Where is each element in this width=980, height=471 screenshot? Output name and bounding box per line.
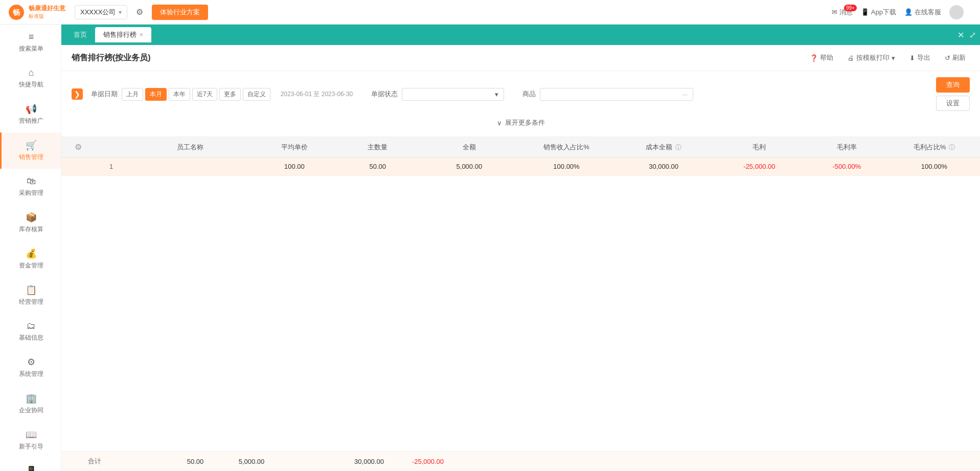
sidebar-item-system[interactable]: ⚙ 系统管理 <box>0 349 61 386</box>
col-header-gross-pct: 毛利占比% ⓘ <box>888 137 980 158</box>
sidebar-label-enterprise: 企业协同 <box>19 406 43 415</box>
table-footer: 合计 50.00 5,000.00 30,000.00 -25,000.00 <box>61 451 980 471</box>
app-center-icon: 📱 <box>26 465 37 471</box>
cost-info-icon[interactable]: ⓘ <box>675 144 681 151</box>
date-btn-more[interactable]: 更多 <box>219 88 241 101</box>
tab-home[interactable]: 首页 <box>65 27 95 42</box>
sidebar-item-marketing[interactable]: 📢 营销推广 <box>0 96 61 132</box>
sidebar-item-purchase[interactable]: 🛍 采购管理 <box>0 169 61 205</box>
top-bar: 畅 畅康通好生意 标准版 XXXXX公司 ▾ ⚙ 体验行业方案 ✉ 消息 99+… <box>0 0 980 25</box>
company-selector[interactable]: XXXXX公司 ▾ <box>75 5 127 19</box>
col-header-rank <box>95 137 128 158</box>
sidebar-item-operations[interactable]: 📋 经营管理 <box>0 277 61 313</box>
app-download-button[interactable]: 📱 App下载 <box>861 8 896 17</box>
date-btn-this-year[interactable]: 本年 <box>169 88 190 101</box>
table-row: 1 100.00 50.00 <box>61 158 980 176</box>
chevron-down-icon: ▾ <box>119 9 122 16</box>
tab-bar-actions: ✕ ⤢ <box>958 30 976 40</box>
date-btn-7days[interactable]: 近7天 <box>192 88 217 101</box>
date-btn-last-month[interactable]: 上月 <box>122 88 143 101</box>
footer-gross: -25,000.00 <box>400 458 456 465</box>
sidebar-item-enterprise[interactable]: 🏢 企业协同 <box>0 386 61 422</box>
online-service-button[interactable]: 👤 在线客服 <box>904 8 941 17</box>
footer-qty: 50.00 <box>170 458 221 465</box>
col-header-sales-pct: 销售收入占比% <box>519 137 614 158</box>
gross-pct-info-icon[interactable]: ⓘ <box>949 144 955 151</box>
sidebar-label-quick-nav: 快捷导航 <box>19 80 43 89</box>
sidebar-label-system: 系统管理 <box>19 370 43 378</box>
table-header: ⚙ 员工名称 平均单价 主数量 <box>61 137 980 158</box>
sidebar-label-sales: 销售管理 <box>19 153 43 162</box>
col-header-settings: ⚙ <box>61 137 95 158</box>
goods-input[interactable]: ··· <box>540 88 693 101</box>
table-container: ⚙ 员工名称 平均单价 主数量 <box>61 137 980 451</box>
purchase-icon: 🛍 <box>27 176 36 187</box>
sidebar-item-search-order[interactable]: ≡ 搜索菜单 <box>0 25 61 60</box>
header-actions: ❓ 帮助 🖨 按模板打印 ▾ ⬇ 导出 ↺ 刷新 <box>806 51 970 64</box>
date-btn-this-month[interactable]: 本月 <box>145 88 167 101</box>
cell-sales-pct: 100.00% <box>519 158 614 176</box>
filter-row-main: ❯ 单据日期 上月 本月 本年 近7天 更多 自定义 2023-06-01 至 … <box>72 77 970 111</box>
collapse-filter-button[interactable]: ❯ <box>72 88 83 100</box>
home-icon: ⌂ <box>29 68 34 78</box>
col-header-gross: 毛利 <box>714 137 805 158</box>
date-range-buttons: 上月 本月 本年 近7天 更多 自定义 <box>122 88 270 101</box>
cell-gross: -25,000.00 <box>714 158 805 176</box>
message-badge: 99+ <box>844 5 857 11</box>
message-button[interactable]: ✉ 消息 99+ <box>832 8 853 17</box>
print-button[interactable]: 🖨 按模板打印 ▾ <box>844 51 899 64</box>
help-button[interactable]: ❓ 帮助 <box>806 51 837 64</box>
sidebar-item-app-center[interactable]: 📱 应用中心 <box>0 458 61 471</box>
col-header-name: 员工名称 <box>128 137 253 158</box>
date-filter-label: 单据日期 <box>91 89 118 99</box>
content-area: 首页 销售排行榜 × ✕ ⤢ 销售排行榜(按业务员) ❓ 帮助 <box>61 25 980 471</box>
sidebar-item-sales[interactable]: 🛒 销售管理 <box>0 132 61 169</box>
refresh-button[interactable]: ↺ 刷新 <box>941 51 970 64</box>
expand-conditions-row: ∨ 展开更多条件 <box>72 115 970 130</box>
company-name: XXXXX公司 <box>80 8 116 17</box>
tab-close-icon[interactable]: × <box>140 31 143 38</box>
trial-button[interactable]: 体验行业方案 <box>152 5 208 20</box>
system-icon: ⚙ <box>27 356 35 368</box>
print-icon: 🖨 <box>848 54 854 62</box>
avatar[interactable] <box>949 5 964 19</box>
expand-conditions-button[interactable]: ∨ 展开更多条件 <box>497 115 545 130</box>
sidebar-item-finance[interactable]: 💰 资金管理 <box>0 241 61 277</box>
print-chevron-icon: ▾ <box>892 54 895 62</box>
cell-name <box>128 158 253 176</box>
sidebar-item-inventory[interactable]: 📦 库存核算 <box>0 205 61 241</box>
export-button[interactable]: ⬇ 导出 <box>905 51 935 64</box>
tab-bar: 首页 销售排行榜 × ✕ ⤢ <box>61 25 980 45</box>
tab-sales-ranking-label: 销售排行榜 <box>103 30 136 39</box>
query-button[interactable]: 查询 <box>936 77 970 93</box>
sidebar-item-guide[interactable]: 📖 新手引导 <box>0 422 61 458</box>
settings-button[interactable]: 设置 <box>936 96 970 111</box>
sales-icon: 🛒 <box>26 140 37 151</box>
date-filter: 单据日期 上月 本月 本年 近7天 更多 自定义 <box>91 88 270 101</box>
basic-info-icon: 🗂 <box>27 321 36 331</box>
column-settings-icon[interactable]: ⚙ <box>75 143 82 151</box>
page-title: 销售排行榜(按业务员) <box>72 53 151 63</box>
service-icon: 👤 <box>904 8 913 16</box>
cell-avg-price: 100.00 <box>253 158 336 176</box>
window-maximize-icon[interactable]: ⤢ <box>969 30 976 40</box>
col-header-gross-rate: 毛利率 <box>805 137 888 158</box>
sidebar-item-basic-info[interactable]: 🗂 基础信息 <box>0 313 61 349</box>
status-chevron-icon: ▾ <box>495 91 498 98</box>
data-table: ⚙ 员工名称 平均单价 主数量 <box>61 137 980 176</box>
cell-cost: 30,000.00 <box>613 158 713 176</box>
window-close-icon[interactable]: ✕ <box>958 30 964 40</box>
col-header-avg-price: 平均单价 <box>253 137 336 158</box>
footer-total-label: 合计 <box>67 457 170 466</box>
sidebar-item-quick-nav[interactable]: ⌂ 快捷导航 <box>0 60 61 96</box>
date-btn-custom[interactable]: 自定义 <box>243 88 270 101</box>
sidebar-label-purchase: 采购管理 <box>19 189 43 197</box>
enterprise-icon: 🏢 <box>26 393 37 404</box>
inventory-icon: 📦 <box>26 212 37 223</box>
action-buttons: 查询 设置 <box>936 77 970 111</box>
status-select[interactable]: ▾ <box>402 88 504 101</box>
tab-sales-ranking[interactable]: 销售排行榜 × <box>95 27 151 42</box>
settings-icon[interactable]: ⚙ <box>132 5 147 19</box>
cell-rank: 1 <box>95 158 128 176</box>
guide-icon: 📖 <box>26 429 37 440</box>
